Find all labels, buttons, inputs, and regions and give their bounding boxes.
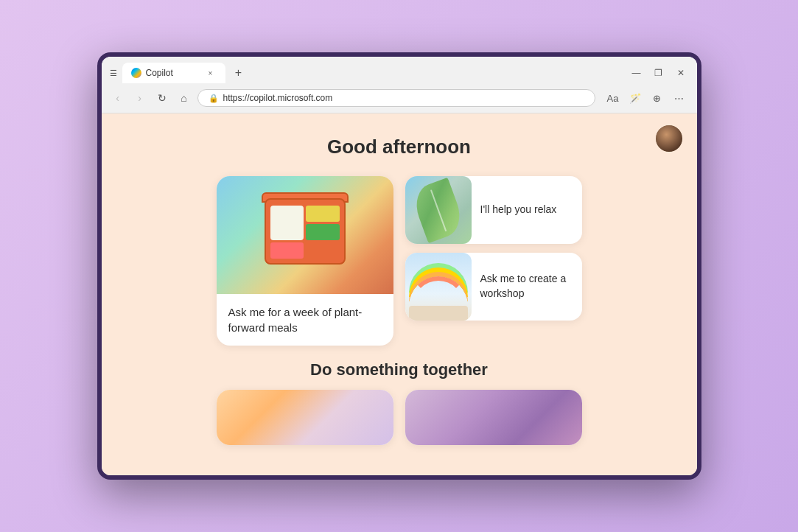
relax-card[interactable]: I'll help you relax: [405, 176, 582, 244]
maximize-button[interactable]: ❐: [648, 63, 669, 83]
meals-card[interactable]: Ask me for a week of plant-forward meals: [217, 176, 393, 346]
workshop-card[interactable]: Ask me to create a workshop: [405, 253, 582, 321]
browser-chrome: ☰ Copilot × + — ❐ ✕ ‹ › ↻ ⌂: [102, 57, 697, 113]
food-veggie3: [270, 242, 304, 259]
bento-box-illustration: [265, 198, 346, 265]
copilot-button[interactable]: 🪄: [625, 88, 645, 108]
meals-card-image: [217, 176, 393, 294]
relax-card-image: [405, 176, 472, 244]
back-button[interactable]: ‹: [109, 89, 127, 107]
cards-grid: Ask me for a week of plant-forward meals…: [124, 176, 675, 346]
tab-close-button[interactable]: ×: [205, 67, 217, 79]
small-cards-column: I'll help you relax Ask me to create a w…: [405, 176, 582, 346]
rainbow-background: [405, 253, 472, 321]
food-veggie2: [306, 224, 340, 240]
relax-card-text: I'll help you relax: [472, 195, 582, 225]
close-button[interactable]: ✕: [671, 63, 691, 83]
user-avatar[interactable]: [656, 125, 682, 152]
lock-icon: 🔒: [209, 94, 219, 103]
avatar-image: [656, 125, 682, 152]
bento-container: [265, 198, 346, 265]
address-bar: ‹ › ↻ ⌂ 🔒 https://copilot.microsoft.com …: [102, 83, 697, 113]
forward-button[interactable]: ›: [131, 89, 149, 107]
extensions-button[interactable]: ⊕: [647, 88, 668, 108]
browser-window: ☰ Copilot × + — ❐ ✕ ‹ › ↻ ⌂: [102, 57, 697, 475]
monitor-frame: ☰ Copilot × + — ❐ ✕ ‹ › ↻ ⌂: [97, 52, 701, 480]
bottom-card-2[interactable]: [405, 390, 582, 445]
tab-label: Copilot: [146, 68, 200, 78]
minimize-button[interactable]: —: [626, 63, 647, 83]
meals-card-text: Ask me for a week of plant-forward meals: [217, 294, 393, 346]
page-content: Good afternoon: [102, 113, 697, 475]
url-field[interactable]: 🔒 https://copilot.microsoft.com: [197, 89, 595, 107]
toolbar-right: Aа 🪄 ⊕ ⋯: [603, 88, 690, 108]
home-button[interactable]: ⌂: [175, 89, 193, 107]
active-tab[interactable]: Copilot ×: [122, 63, 225, 83]
url-text: https://copilot.microsoft.com: [223, 93, 333, 103]
window-controls: — ❐ ✕: [626, 63, 691, 83]
sidebar-toggle-icon[interactable]: ☰: [108, 67, 119, 79]
bottom-cards: [124, 390, 675, 445]
workshop-card-text: Ask me to create a workshop: [472, 265, 582, 308]
bottom-card-1[interactable]: [217, 390, 393, 445]
new-tab-button[interactable]: +: [228, 63, 249, 83]
refresh-button[interactable]: ↻: [153, 89, 171, 107]
bento-food: [270, 206, 340, 259]
greeting-heading: Good afternoon: [124, 136, 675, 158]
food-veggie1: [306, 206, 340, 222]
bottom-card-2-image: [405, 390, 582, 445]
menu-button[interactable]: ⋯: [669, 88, 690, 108]
leaf-background: [405, 176, 472, 244]
read-aloud-button[interactable]: Aа: [603, 88, 623, 108]
tab-bar: ☰ Copilot × + — ❐ ✕: [102, 57, 697, 83]
food-rice: [270, 206, 304, 240]
rainbow-arc: [409, 276, 468, 306]
leaf-shape: [410, 177, 466, 242]
table-items: [409, 306, 468, 321]
workshop-card-image: [405, 253, 472, 321]
do-together-heading: Do something together: [124, 360, 675, 379]
bottom-card-1-image: [217, 390, 393, 445]
tab-favicon: [131, 68, 141, 78]
